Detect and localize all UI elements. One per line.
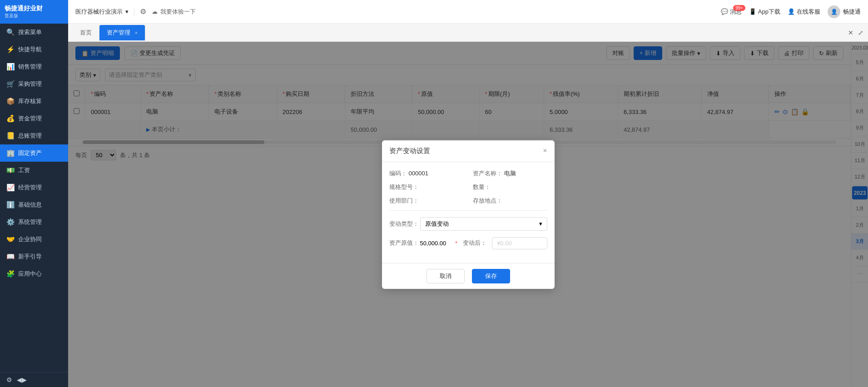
modal-field-code: 编码： 000001 xyxy=(389,169,464,178)
cancel-button[interactable]: 取消 xyxy=(427,269,465,283)
modal-overlay: 资产变动设置 × 编码： 000001 资产名称： 电脑 xyxy=(68,42,868,387)
sidebar: 畅捷通好业财 普及版 🔍 搜索菜单 ⚡ 快捷导航 📊 销售管理 🛒 采购管理 📦… xyxy=(0,0,68,387)
sidebar-item-label: 应用中心 xyxy=(18,270,42,278)
changetype-dropdown-icon: ▾ xyxy=(539,220,542,227)
sidebar-item-basic[interactable]: ℹ️ 基础信息 xyxy=(0,196,68,213)
sidebar-item-label: 工资 xyxy=(18,166,30,174)
save-button[interactable]: 保存 xyxy=(472,269,510,283)
tab-asset[interactable]: 资产管理 × xyxy=(99,25,145,40)
sidebar-item-system[interactable]: ⚙️ 系统管理 xyxy=(0,213,68,231)
asset-change-modal: 资产变动设置 × 编码： 000001 资产名称： 电脑 xyxy=(382,140,555,289)
company-name: 医疗器械行业演示 xyxy=(75,8,123,16)
apps-icon: 🧩 xyxy=(6,270,15,278)
online-service-button[interactable]: 👤 在线客服 xyxy=(788,8,820,16)
purchase-icon: 🛒 xyxy=(6,80,15,88)
sidebar-item-label: 库存核算 xyxy=(18,97,42,105)
sidebar-item-guide[interactable]: 📖 新手引导 xyxy=(0,248,68,265)
sidebar-item-search[interactable]: 🔍 搜索菜单 xyxy=(0,24,68,41)
content-area: 📋 资产明细 📄 变更生成凭证 对账 + 新增 批量操作 xyxy=(68,42,868,387)
required-mark: * xyxy=(455,240,457,247)
sidebar-item-finance[interactable]: 💰 资金管理 xyxy=(0,110,68,127)
system-icon: ⚙️ xyxy=(6,218,15,226)
message-icon: 💬 xyxy=(721,8,728,15)
sidebar-item-label: 总账管理 xyxy=(18,132,42,140)
settings-button[interactable]: ⚙ xyxy=(140,7,146,16)
sidebar-item-apps[interactable]: 🧩 应用中心 xyxy=(0,265,68,283)
tabbar: 首页 资产管理 × ✕ ⤢ xyxy=(68,24,868,42)
main-area: 医疗器械行业演示 ▾ ⚙ ☁ 我要体验一下 💬 消息 99+ 📱 App下载 👤… xyxy=(68,0,868,387)
modal-field-location: 存放地点： xyxy=(473,197,547,205)
message-badge: 99+ xyxy=(733,5,745,11)
cooperation-icon: 🤝 xyxy=(6,235,15,243)
app-logo: 畅捷通好业财 普及版 xyxy=(0,0,68,24)
experience-text: 我要体验一下 xyxy=(160,8,196,16)
code-label: 编码： xyxy=(389,169,407,178)
message-button[interactable]: 💬 消息 99+ xyxy=(721,8,742,16)
tab-close-btn[interactable]: ✕ xyxy=(848,29,853,36)
online-service-label: 在线客服 xyxy=(797,8,820,16)
tab-close-icon[interactable]: × xyxy=(135,30,138,35)
username: 畅捷通 xyxy=(843,8,861,16)
tab-expand-btn[interactable]: ⤢ xyxy=(858,29,863,36)
assetname-label: 资产名称： xyxy=(473,169,502,178)
sidebar-item-quicknav[interactable]: ⚡ 快捷导航 xyxy=(0,41,68,58)
after-change-placeholder: ¥0.00 xyxy=(497,240,512,247)
modal-header: 资产变动设置 × xyxy=(382,140,555,162)
sidebar-item-inventory[interactable]: 📦 库存核算 xyxy=(0,93,68,110)
sidebar-item-label: 搜索菜单 xyxy=(18,28,42,36)
after-change-label: 变动后： xyxy=(463,239,486,247)
sidebar-item-label: 新手引导 xyxy=(18,253,42,261)
topbar-right: 💬 消息 99+ 📱 App下载 👤 在线客服 👤 畅捷通 xyxy=(721,5,861,18)
settings-icon[interactable]: ⚙ xyxy=(6,376,12,383)
save-label: 保存 xyxy=(485,273,497,279)
tab-home-label: 首页 xyxy=(80,29,92,36)
assets-icon: 🏢 xyxy=(6,149,15,157)
modal-close-button[interactable]: × xyxy=(543,147,547,155)
modal-field-dept: 使用部门： xyxy=(389,197,464,205)
app-name: 畅捷通好业财 xyxy=(5,5,64,13)
modal-footer: 取消 保存 xyxy=(382,263,555,289)
sidebar-item-label: 企业协同 xyxy=(18,235,42,243)
nav-icon: ⚡ xyxy=(6,45,15,54)
sidebar-item-purchase[interactable]: 🛒 采购管理 xyxy=(0,75,68,93)
app-download-button[interactable]: 📱 App下载 xyxy=(749,8,780,16)
sidebar-nav: 🔍 搜索菜单 ⚡ 快捷导航 📊 销售管理 🛒 采购管理 📦 库存核算 💰 资金管… xyxy=(0,24,68,372)
sidebar-item-cooperation[interactable]: 🤝 企业协同 xyxy=(0,231,68,248)
guide-icon: 📖 xyxy=(6,253,15,261)
app-download-label: App下载 xyxy=(758,8,780,16)
modal-field-assetname: 资产名称： 电脑 xyxy=(473,169,547,178)
modal-row-2: 规格型号： 数量： xyxy=(389,183,547,191)
code-value: 000001 xyxy=(409,170,428,177)
experience-button[interactable]: ☁ 我要体验一下 xyxy=(152,8,196,16)
changetype-select[interactable]: 原值变动 ▾ xyxy=(420,217,547,231)
sidebar-item-ledger[interactable]: 📒 总账管理 xyxy=(0,127,68,144)
modal-form-row-changetype: 变动类型： 原值变动 ▾ xyxy=(389,217,547,231)
collapse-icon[interactable]: ◀▶ xyxy=(17,376,27,383)
sidebar-item-label: 基础信息 xyxy=(18,201,42,209)
user-menu[interactable]: 👤 畅捷通 xyxy=(828,5,861,18)
sidebar-item-label: 快捷导航 xyxy=(18,45,42,54)
after-change-input[interactable]: ¥0.00 xyxy=(492,237,547,249)
inventory-icon: 📦 xyxy=(6,97,15,105)
ledger-icon: 📒 xyxy=(6,132,15,140)
changetype-value: 原值变动 xyxy=(425,220,449,228)
modal-field-quantity: 数量： xyxy=(473,183,547,191)
dropdown-icon: ▾ xyxy=(125,8,129,15)
sidebar-item-operations[interactable]: 📈 经营管理 xyxy=(0,179,68,196)
assetvalue-display: 50,000.00 xyxy=(420,240,446,247)
tab-home[interactable]: 首页 xyxy=(73,25,99,40)
sidebar-item-label: 固定资产 xyxy=(18,149,42,157)
sidebar-item-label: 销售管理 xyxy=(18,63,42,71)
sidebar-item-label: 资金管理 xyxy=(18,114,42,123)
sidebar-item-sales[interactable]: 📊 销售管理 xyxy=(0,58,68,75)
sidebar-item-label: 采购管理 xyxy=(18,80,42,88)
sidebar-item-payroll[interactable]: 💵 工资 xyxy=(0,162,68,179)
sales-icon: 📊 xyxy=(6,63,15,71)
company-selector[interactable]: 医疗器械行业演示 ▾ xyxy=(75,8,129,16)
operations-icon: 📈 xyxy=(6,184,15,192)
finance-icon: 💰 xyxy=(6,114,15,123)
modal-form-row-value: 资产原值： 50,000.00 * 变动后： ¥0.00 xyxy=(389,237,547,249)
quantity-label: 数量： xyxy=(473,183,491,191)
sidebar-item-assets[interactable]: 🏢 固定资产 xyxy=(0,144,68,162)
sidebar-item-label: 系统管理 xyxy=(18,218,42,226)
